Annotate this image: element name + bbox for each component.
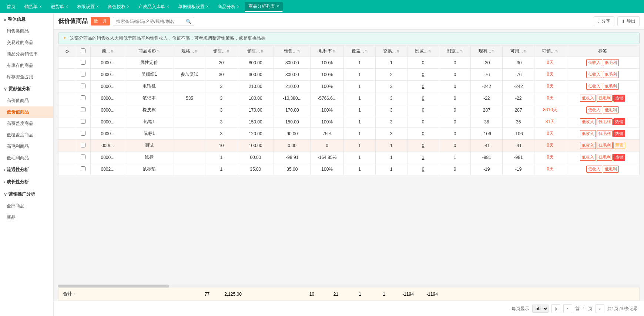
row-checkbox[interactable] [81,60,85,65]
col-stock2[interactable]: 可用...⇅ [503,46,534,57]
cell-check[interactable] [76,92,91,104]
nav-product-analysis[interactable]: 商品分析× [214,2,243,11]
col-coverage[interactable]: 覆盖...⇅ [344,46,376,57]
sidebar-item-high-margin[interactable]: 高毛利商品 [0,141,53,152]
col-margin[interactable]: 毛利率⇅ [311,46,344,57]
col-settings[interactable]: ⚙ [58,46,76,57]
cell-browse1[interactable]: 1 [407,152,439,163]
sidebar-group-growth[interactable]: › 成长性分析 [0,176,53,188]
browse1-link[interactable]: 0 [422,143,425,148]
col-spec[interactable]: 规格...⇅ [174,46,205,57]
share-button[interactable]: ⤴ 分享 [594,16,614,26]
sort-saleable-icon[interactable]: ⇅ [555,49,558,53]
cell-browse1[interactable]: 0 [407,92,439,104]
browse1-link[interactable]: 0 [422,72,425,77]
horizontal-scrollbar[interactable] [58,285,640,288]
nav-template-setting[interactable]: 单据模板设置× [174,2,212,11]
sort-trade-icon[interactable]: ⇅ [396,49,399,53]
browse1-link[interactable]: 1 [422,155,425,160]
sidebar-group-liquidity[interactable]: › 流通性分析 [0,164,53,176]
first-page-btn[interactable]: |‹ [551,304,560,313]
period-button[interactable]: 近一月 [91,17,110,26]
row-checkbox[interactable] [81,72,85,77]
sidebar-item-new-products[interactable]: 新品 [0,212,53,223]
col-browse1[interactable]: 浏览...⇅ [407,46,439,57]
per-page-select[interactable]: 50 [532,305,549,313]
scrollbar-thumb[interactable] [58,285,169,288]
prev-page-btn[interactable]: ‹ [563,304,572,313]
sidebar-item-category-sales-rate[interactable]: 商品分类销售率 [0,48,53,60]
next-page-btn[interactable]: › [596,304,604,313]
export-button[interactable]: ⬇ 导出 [617,16,640,26]
sidebar-item-traded-products[interactable]: 交易过的商品 [0,37,53,48]
sidebar-item-all-products[interactable]: 全部商品 [0,200,53,212]
sort-browse2-icon[interactable]: ⇅ [460,49,463,53]
cell-check[interactable] [76,140,91,152]
nav-product-stock[interactable]: 产成品入库单× [135,2,173,11]
sort-stock2-icon[interactable]: ⇅ [524,49,527,53]
row-checkbox[interactable] [81,84,85,88]
col-sale-price[interactable]: 销售...⇅ [237,46,274,57]
browse1-link[interactable]: 0 [422,84,425,89]
sort-name-icon[interactable]: ⇅ [157,49,160,53]
select-all-checkbox[interactable] [81,48,85,53]
col-sale-amount[interactable]: 销售...⇅ [274,46,311,57]
col-saleable[interactable]: 可销...⇅ [534,46,566,57]
col-browse2[interactable]: 浏览...⇅ [439,46,471,57]
row-checkbox[interactable] [81,107,85,112]
col-name[interactable]: 商品名称⇅ [125,46,174,57]
sort-browse1-icon[interactable]: ⇅ [428,49,431,53]
row-checkbox[interactable] [81,119,85,124]
col-trade[interactable]: 交易...⇅ [375,46,407,57]
cell-check[interactable] [76,152,91,163]
cell-check[interactable] [76,163,91,175]
sidebar-group-marketing[interactable]: ∨ 营销推广分析 [0,188,53,200]
row-checkbox[interactable] [81,95,85,100]
nav-permission[interactable]: 权限设置× [73,2,103,11]
cell-browse1[interactable]: 0 [407,104,439,116]
sort-qty-icon[interactable]: ⇅ [227,49,229,53]
cell-browse1[interactable]: 0 [407,81,439,92]
sidebar-item-high-coverage[interactable]: 高覆盖度商品 [0,118,53,129]
sidebar-group-contribution[interactable]: ∨ 贡献值分析 [0,83,53,95]
browse1-link[interactable]: 0 [422,119,425,125]
nav-role-auth[interactable]: 角色授权× [104,2,133,11]
cell-check[interactable] [76,116,91,128]
cell-browse1[interactable]: 0 [407,69,439,81]
cell-check[interactable] [76,69,91,81]
browse1-link[interactable]: 0 [422,131,425,136]
sidebar-item-stock-capital[interactable]: 库存资金占用 [0,71,53,83]
nav-product-analysis-list[interactable]: 商品分析列表× [245,2,283,12]
nav-sales-order[interactable]: 销货单× [21,2,46,11]
row-checkbox[interactable] [81,143,85,147]
cell-browse1[interactable]: 0 [407,140,439,152]
sidebar-item-high-value[interactable]: 高价值商品 [0,95,53,106]
cell-check[interactable] [76,81,91,92]
browse1-link[interactable]: 0 [422,108,425,113]
sort-stock1-icon[interactable]: ⇅ [492,49,495,53]
cell-browse1[interactable]: 0 [407,163,439,175]
sidebar-item-low-margin[interactable]: 低毛利商品 [0,152,53,164]
data-table-wrapper[interactable]: ⚙ 商...⇅ 商品名称⇅ 规格...⇅ 销售...⇅ 销售...⇅ 销售...… [58,45,640,285]
browse1-link[interactable]: 0 [422,96,425,101]
cell-browse1[interactable]: 0 [407,128,439,140]
row-checkbox[interactable] [81,154,85,159]
sort-price-icon[interactable]: ⇅ [261,49,264,53]
sidebar-item-stock-products[interactable]: 有库存的商品 [0,60,53,71]
cell-browse1[interactable]: 0 [407,116,439,128]
sort-spec-icon[interactable]: ⇅ [195,49,198,53]
sidebar-item-low-value[interactable]: 低价值商品 [0,106,53,118]
col-code[interactable]: 商...⇅ [91,46,125,57]
sort-code-icon[interactable]: ⇅ [111,49,114,53]
cell-browse1[interactable]: 0 [407,57,439,69]
browse1-link[interactable]: 0 [422,60,425,65]
nav-purchase-order[interactable]: 进货单× [47,2,72,11]
col-sale-qty[interactable]: 销售...⇅ [205,46,237,57]
nav-home[interactable]: 首页 [3,2,19,11]
cell-check[interactable] [76,57,91,69]
col-stock1[interactable]: 现有...⇅ [471,46,503,57]
sort-margin-icon[interactable]: ⇅ [333,49,336,53]
cell-check[interactable] [76,104,91,116]
row-checkbox[interactable] [81,166,85,171]
row-checkbox[interactable] [81,131,85,136]
